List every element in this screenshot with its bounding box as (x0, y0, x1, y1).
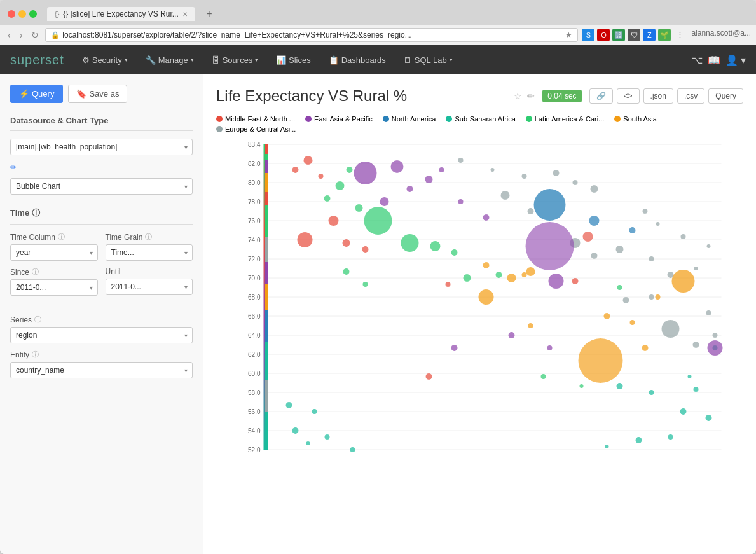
since-help-icon[interactable]: ⓘ (32, 267, 39, 277)
bubble[interactable] (526, 267, 535, 276)
ext-z-icon[interactable]: Z (643, 29, 656, 41)
bubble[interactable] (694, 267, 698, 270)
bubble[interactable] (668, 434, 673, 440)
bubble[interactable] (312, 409, 317, 414)
query-button[interactable]: ⚡ Query (10, 85, 63, 103)
bubble[interactable] (355, 204, 363, 212)
bubble[interactable] (662, 320, 680, 338)
bubble[interactable] (439, 167, 444, 172)
bubble[interactable] (507, 274, 516, 282)
bubble[interactable] (479, 289, 494, 305)
bubble[interactable] (534, 189, 566, 221)
bubble[interactable] (583, 232, 593, 242)
bubble[interactable] (446, 282, 451, 287)
bubble[interactable] (426, 373, 432, 380)
entity-select[interactable]: country_name (10, 362, 193, 378)
bubble[interactable] (391, 160, 404, 173)
series-help-icon[interactable]: ⓘ (34, 315, 41, 324)
bubble[interactable] (547, 345, 553, 350)
github-icon[interactable]: ⌥ (691, 54, 703, 66)
bubble[interactable] (713, 333, 718, 338)
bubble[interactable] (329, 216, 339, 226)
bubble[interactable] (656, 294, 661, 300)
bubble-large-purple[interactable] (526, 222, 574, 270)
bubble[interactable] (591, 253, 598, 259)
bubble[interactable] (325, 434, 330, 440)
bubble[interactable] (573, 180, 578, 185)
nav-manage[interactable]: 🔧 Manage ▾ (138, 50, 202, 70)
bubble[interactable] (616, 246, 624, 253)
ext-s-icon[interactable]: S (582, 29, 594, 41)
bubble[interactable] (501, 191, 510, 200)
bubble[interactable] (617, 285, 622, 290)
until-select[interactable]: 2011-0... (106, 279, 193, 295)
link-button[interactable]: 🔗 (589, 88, 613, 104)
bubble[interactable] (347, 167, 353, 173)
bubble[interactable] (649, 294, 654, 300)
bubble[interactable] (363, 282, 368, 287)
nav-slices[interactable]: 📊 Slices (268, 50, 318, 70)
docs-icon[interactable]: 📖 (708, 54, 720, 66)
csv-button[interactable]: .csv (677, 88, 704, 104)
bubble[interactable] (706, 415, 712, 421)
ext-badge-icon[interactable]: 🔢 (612, 29, 625, 41)
bubble[interactable] (451, 249, 458, 256)
code-button[interactable]: <> (617, 88, 640, 104)
bubble[interactable] (458, 199, 464, 204)
bubble[interactable] (491, 168, 495, 172)
browser-tab[interactable]: {} {} [slice] Life Expectancy VS Rur... … (47, 7, 195, 21)
bubble[interactable] (579, 338, 623, 383)
entity-select-wrapper[interactable]: country_name (10, 362, 193, 378)
bubble[interactable] (343, 268, 350, 275)
url-bar[interactable]: 🔒 localhost:8081/superset/explore/table/… (45, 28, 578, 42)
time-column-select-wrapper[interactable]: year (10, 244, 98, 261)
bubble[interactable] (292, 167, 299, 173)
bubble[interactable] (496, 272, 502, 278)
forward-button[interactable]: › (17, 29, 25, 41)
bubble[interactable] (642, 345, 649, 351)
chart-type-select-wrapper[interactable]: Bubble Chart (10, 178, 193, 195)
bubble[interactable] (304, 156, 313, 165)
bubble[interactable] (589, 216, 600, 226)
bubble[interactable] (336, 181, 345, 190)
user-menu-icon[interactable]: 👤 ▾ (725, 54, 746, 66)
bubble[interactable] (319, 174, 324, 179)
json-button[interactable]: .json (643, 88, 673, 104)
bubble[interactable] (643, 209, 648, 214)
bubble[interactable] (509, 332, 515, 338)
bubble[interactable] (528, 208, 534, 214)
bubble[interactable] (630, 320, 635, 325)
bubble[interactable] (549, 274, 564, 289)
bubble[interactable] (681, 234, 686, 239)
bubble[interactable] (693, 342, 699, 348)
bubble[interactable] (572, 278, 579, 284)
ext-tree-icon[interactable]: 🌱 (658, 29, 671, 41)
bubble[interactable] (528, 323, 533, 328)
until-select-wrapper[interactable]: 2011-0... (106, 279, 193, 295)
ext-opera-icon[interactable]: O (597, 29, 610, 41)
bubble[interactable] (553, 170, 560, 176)
nav-sources[interactable]: 🗄 Sources ▾ (204, 50, 266, 70)
time-column-help-icon[interactable]: ⓘ (58, 232, 65, 242)
bubble[interactable] (483, 262, 490, 268)
bubble[interactable] (656, 222, 660, 226)
bubble[interactable] (401, 234, 419, 252)
nav-sqllab[interactable]: 🗒 SQL Lab ▾ (396, 50, 460, 70)
bubble[interactable] (343, 239, 350, 247)
bubble[interactable] (292, 427, 299, 434)
time-grain-select[interactable]: Time... (106, 244, 193, 261)
bubble[interactable] (580, 384, 584, 388)
bubble[interactable] (629, 227, 636, 233)
bubble[interactable] (672, 270, 695, 293)
edit-datasource-link[interactable]: ✏ (10, 163, 17, 172)
new-tab-button[interactable]: + (200, 6, 218, 22)
chart-type-select[interactable]: Bubble Chart (10, 178, 193, 195)
bubble[interactable] (380, 197, 389, 206)
tab-close-icon[interactable]: ✕ (182, 11, 188, 18)
time-grain-select-wrapper[interactable]: Time... (106, 244, 193, 261)
bubble[interactable] (688, 375, 692, 378)
time-column-select[interactable]: year (10, 244, 98, 261)
bubble[interactable] (458, 158, 464, 163)
maximize-dot[interactable] (29, 10, 37, 18)
time-grain-help-icon[interactable]: ⓘ (145, 232, 152, 242)
